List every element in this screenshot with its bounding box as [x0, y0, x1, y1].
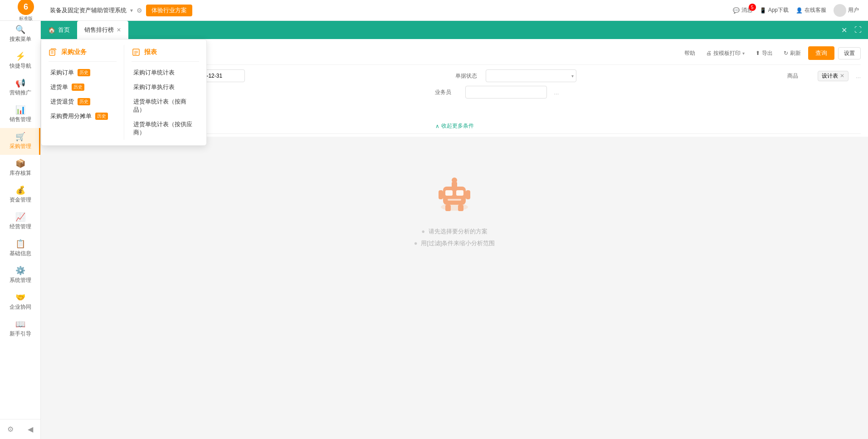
sidebar-item-search[interactable]: 🔍 搜索菜单 — [0, 21, 40, 48]
svg-rect-4 — [448, 199, 461, 201]
inventory-icon: 📦 — [15, 159, 25, 168]
tab-close-icon[interactable]: ✕ — [117, 27, 121, 33]
svg-rect-2 — [445, 190, 453, 196]
sidebar-settings-btn[interactable]: ⚙ — [4, 423, 17, 435]
tab-sales-ranking[interactable]: 销售排行榜 ✕ — [77, 21, 128, 39]
collab-icon: 🤝 — [15, 293, 25, 301]
sidebar-item-operation[interactable]: 📈 经营管理 — [0, 208, 40, 235]
salesperson-dots[interactable]: ... — [554, 89, 559, 96]
svg-point-6 — [452, 178, 457, 183]
dropdown-item-purchase-order[interactable]: 采购订单 历史 — [49, 65, 117, 80]
sidebar-item-inventory[interactable]: 📦 库存核算 — [0, 155, 40, 182]
app-download-btn[interactable]: 📱 App下载 — [760, 6, 789, 14]
tab-close-all-icon[interactable]: ✕ — [839, 25, 850, 35]
svg-rect-8 — [466, 190, 470, 199]
sidebar-item-marketing[interactable]: 📢 营销推广 — [0, 74, 40, 101]
sales-icon: 📊 — [15, 106, 25, 114]
sidebar-item-quick-nav[interactable]: ⚡ 快捷导航 — [0, 48, 40, 74]
operation-icon: 📈 — [15, 213, 25, 221]
print-btn[interactable]: 🖨 按模板打印 ▾ — [702, 48, 748, 59]
goods-tag: 设计表 ✕ — [818, 71, 848, 81]
dropdown-item-purchase-order-exec[interactable]: 采购订单执行表 — [132, 80, 200, 94]
search-icon: 🔍 — [15, 25, 25, 34]
print-icon: 🖨 — [706, 50, 712, 56]
history-badge-1: 历史 — [78, 69, 90, 76]
dropdown-item-inbound-stats-supplier[interactable]: 进货单统计表（按供应商） — [132, 117, 200, 140]
title-dropdown-arrow[interactable]: ▾ — [130, 7, 133, 14]
sidebar-collapse-btn[interactable]: ◀ — [24, 423, 37, 435]
message-icon: 💬 — [733, 7, 740, 14]
svg-rect-9 — [445, 205, 451, 211]
sidebar-item-basic-info[interactable]: 📋 基础信息 — [0, 235, 40, 262]
industry-btn[interactable]: 体验行业方案 — [146, 5, 192, 16]
message-btn[interactable]: 💬 消息 5 — [733, 6, 752, 14]
sidebar-item-purchase[interactable]: 🛒 采购管理 — [0, 128, 40, 155]
dropdown-item-inbound-return[interactable]: 进货退货 历史 — [49, 94, 117, 109]
dropdown-item-purchase-fee[interactable]: 采购费用分摊单 历史 — [49, 109, 117, 123]
export-icon: ⬆ — [756, 50, 760, 56]
sidebar: 🔍 搜索菜单 ⚡ 快捷导航 📢 营销推广 📊 销售管理 🛒 采购管理 📦 库存核… — [0, 21, 41, 439]
dropdown-overlay: 采购业务 采购订单 历史 进货单 历史 进货退货 历史 采购费用分摊单 历史 — [41, 39, 207, 146]
dropdown-col-purchase: 采购业务 采购订单 历史 进货单 历史 进货退货 历史 采购费用分摊单 历史 — [41, 45, 124, 140]
collapse-btn[interactable]: ∧ 收起更多条件 — [435, 120, 474, 132]
status-select-wrapper: ▾ — [486, 69, 576, 82]
svg-rect-14 — [133, 49, 139, 55]
service-icon: 👤 — [796, 7, 803, 14]
online-service-btn[interactable]: 👤 在线客服 — [796, 6, 826, 14]
app-title: 装备及固定资产辅助管理系统 ▾ ⚙ 体验行业方案 — [50, 5, 733, 16]
refresh-icon: ↻ — [784, 50, 788, 56]
dropdown-item-purchase-order-stats[interactable]: 采购订单统计表 — [132, 65, 200, 80]
query-btn[interactable]: 查询 — [808, 46, 834, 60]
sidebar-item-finance[interactable]: 💰 资金管理 — [0, 182, 40, 208]
dropdown-col-purchase-header: 采购业务 — [49, 45, 117, 62]
sidebar-item-collab[interactable]: 🤝 企业协同 — [0, 289, 40, 316]
svg-rect-7 — [439, 190, 443, 199]
svg-rect-1 — [443, 187, 466, 205]
sidebar-item-guide[interactable]: 📖 新手引导 — [0, 316, 40, 342]
logo: 6 标准版 — [5, 0, 46, 22]
quick-nav-icon: ⚡ — [15, 52, 25, 60]
history-badge-3: 历史 — [78, 98, 90, 105]
svg-rect-10 — [458, 205, 463, 211]
logo-subtitle: 标准版 — [19, 15, 33, 22]
sidebar-item-system[interactable]: ⚙️ 系统管理 — [0, 262, 40, 289]
goods-dots[interactable]: ... — [856, 73, 861, 79]
history-badge-4: 历史 — [95, 113, 108, 120]
sidebar-item-sales[interactable]: 📊 销售管理 — [0, 101, 40, 128]
purchase-col-icon — [49, 48, 58, 57]
salesperson-label: 业务员 — [435, 89, 460, 96]
svg-rect-11 — [49, 50, 55, 55]
topbar-right: 💬 消息 5 📱 App下载 👤 在线客服 用户 — [733, 4, 859, 17]
message-badge: 5 — [749, 4, 756, 11]
empty-icon — [432, 173, 477, 218]
logo-icon: 6 — [18, 0, 34, 15]
help-btn[interactable]: 帮助 — [681, 48, 699, 59]
marketing-icon: 📢 — [15, 79, 25, 87]
empty-tip: ● 请先选择要分析的方案 ● 用[过滤]条件来缩小分析范围 — [414, 226, 495, 249]
settings-btn[interactable]: 设置 — [838, 47, 861, 59]
dropdown-item-inbound[interactable]: 进货单 历史 — [49, 80, 117, 94]
report-col-icon — [132, 48, 141, 57]
phone-icon: 📱 — [760, 7, 766, 14]
collapse-arrow-icon: ∧ — [435, 123, 439, 129]
export-btn[interactable]: ⬆ 导出 — [752, 48, 776, 59]
tab-home[interactable]: 🏠 首页 — [41, 21, 77, 39]
goods-tag-close[interactable]: ✕ — [840, 73, 844, 79]
purchase-icon: 🛒 — [15, 133, 25, 141]
user-btn[interactable]: 用户 — [834, 4, 859, 17]
refresh-btn[interactable]: ↻ 刷新 — [780, 48, 805, 59]
status-select[interactable] — [486, 69, 576, 82]
tabbar: 🏠 首页 销售排行榜 ✕ ✕ ⛶ — [41, 21, 868, 39]
finance-icon: 💰 — [15, 186, 25, 194]
topbar: 6 标准版 装备及固定资产辅助管理系统 ▾ ⚙ 体验行业方案 💬 消息 5 📱 … — [0, 0, 868, 21]
empty-state: ● 请先选择要分析的方案 ● 用[过滤]条件来缩小分析范围 — [41, 137, 868, 286]
dropdown-item-inbound-stats-goods[interactable]: 进货单统计表（按商品） — [132, 94, 200, 117]
sidebar-bottom: ⚙ ◀ — [0, 419, 40, 439]
salesperson-input[interactable] — [465, 86, 547, 99]
dropdown-col-report-header: 报表 — [132, 45, 200, 62]
dropdown-menu: 采购业务 采购订单 历史 进货单 历史 进货退货 历史 采购费用分摊单 历史 — [41, 39, 207, 146]
tabbar-right-controls: ✕ ⛶ — [839, 25, 868, 35]
goods-label: 商品 — [787, 72, 812, 80]
tab-maximize-icon[interactable]: ⛶ — [852, 25, 864, 35]
title-settings-icon[interactable]: ⚙ — [137, 7, 142, 14]
